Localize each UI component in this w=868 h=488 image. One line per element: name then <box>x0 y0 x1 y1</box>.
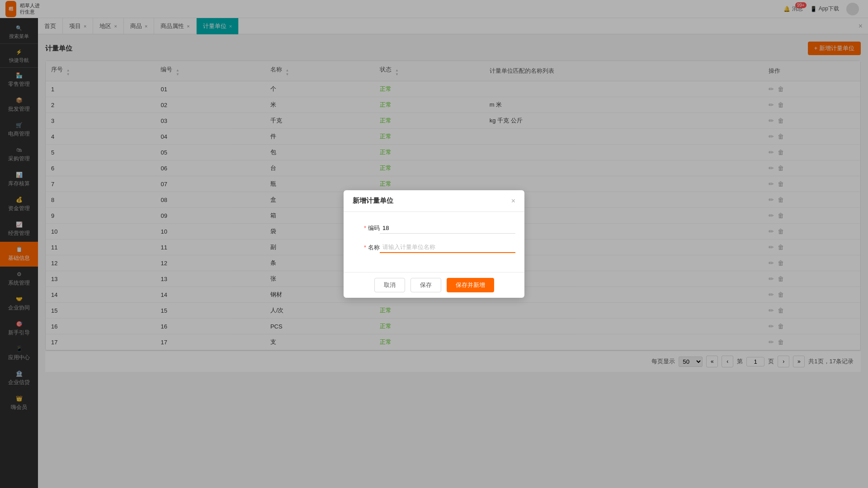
modal-title: 新增计量单位 <box>353 197 393 205</box>
name-label: 名称 <box>353 244 380 252</box>
modal-close-button[interactable]: × <box>511 197 515 205</box>
modal-overlay: 新增计量单位 × 编码 名称 取消 保存 保存并新增 <box>0 0 868 488</box>
modal-header: 新增计量单位 × <box>344 190 524 212</box>
code-input[interactable] <box>380 223 515 234</box>
add-unit-modal: 新增计量单位 × 编码 名称 取消 保存 保存并新增 <box>344 190 524 298</box>
name-input[interactable] <box>380 242 515 253</box>
cancel-button[interactable]: 取消 <box>374 278 405 292</box>
modal-body: 编码 名称 <box>344 212 524 272</box>
code-label: 编码 <box>353 224 380 232</box>
save-button[interactable]: 保存 <box>410 278 441 292</box>
name-form-row: 名称 <box>353 242 515 253</box>
modal-footer: 取消 保存 保存并新增 <box>344 272 524 298</box>
save-and-new-button[interactable]: 保存并新增 <box>447 278 494 292</box>
code-form-row: 编码 <box>353 223 515 234</box>
